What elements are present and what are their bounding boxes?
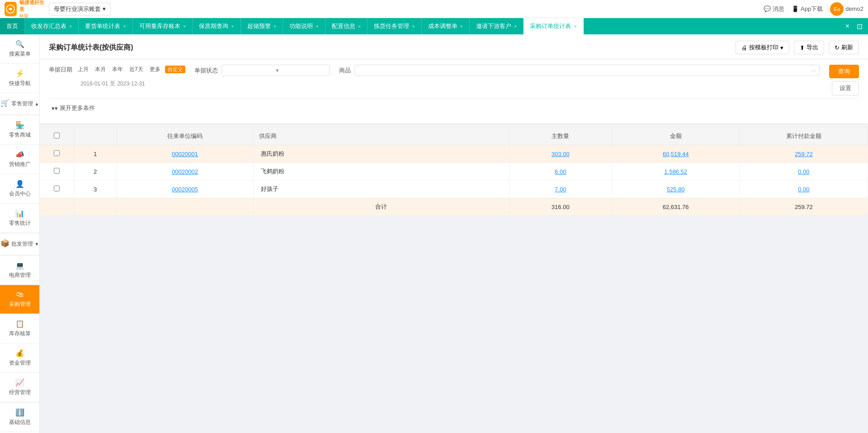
- tab-receive-summary[interactable]: 收发存汇总表 ×: [25, 18, 79, 34]
- row-code[interactable]: 00020001: [117, 145, 253, 163]
- row-paid[interactable]: 0.00: [740, 163, 868, 181]
- nav-close-btn[interactable]: ×: [844, 20, 851, 32]
- sidebar-item-wholesale-mgmt[interactable]: 📦 批发管理 ▼: [0, 233, 39, 256]
- th-amount: 金额: [612, 128, 740, 145]
- goods-filter-label: 商品: [339, 67, 351, 75]
- filter-top-row: 单据日期 上月 本月 本年 近7天 更多 自定义: [49, 65, 859, 95]
- sidebar-item-retail-stats[interactable]: 📊 零售统计: [0, 204, 39, 233]
- custom-badge[interactable]: 自定义: [165, 66, 185, 73]
- logo-text: 畅捷通好生意 标版: [19, 0, 44, 19]
- tab-config-info[interactable]: 配置信息 ×: [326, 18, 368, 34]
- shortcut-this-month[interactable]: 本月: [93, 65, 108, 74]
- user-avatar-area[interactable]: Ea demo2: [830, 2, 863, 16]
- sidebar-item-inventory[interactable]: 📋 库存核算: [0, 314, 39, 343]
- goods-search-input[interactable]: [359, 67, 811, 74]
- tab-pick-task[interactable]: 拣货任务管理 ×: [368, 18, 421, 34]
- shortcut-this-year[interactable]: 本年: [110, 65, 125, 74]
- tab-expiry-query[interactable]: 保质期查询 ×: [193, 18, 241, 34]
- row-qty[interactable]: 6.00: [509, 163, 612, 181]
- sidebar-item-quick-nav[interactable]: ⚡ 快捷导航: [0, 64, 39, 93]
- refresh-button[interactable]: ↻ 刷新: [829, 41, 859, 54]
- top-bar: 畅捷通好生意 标版 母婴行业演示账套 ▾ 💬 消息 📱 App下载 Ea dem…: [0, 0, 868, 18]
- sidebar-item-search[interactable]: 🔍 搜索菜单: [0, 34, 39, 64]
- goods-filter: 商品 ···: [339, 65, 820, 76]
- avatar: Ea: [830, 2, 844, 16]
- footer-label: 合计: [253, 198, 509, 216]
- row-supplier: 好孩子: [253, 181, 509, 198]
- row-checkbox[interactable]: [54, 186, 60, 191]
- row-amount[interactable]: 1,586.52: [612, 163, 740, 181]
- date-filter: 单据日期 上月 本月 本年 近7天 更多 自定义: [49, 65, 185, 74]
- tab-order-stats[interactable]: 要货单统计表 ×: [79, 18, 132, 34]
- main-content: 采购订单统计表(按供应商) 🖨 按模板打印 ▾ ⬆ 导出 ↻ 刷新: [40, 34, 868, 433]
- tab-overstock-warning[interactable]: 超储预警 ×: [241, 18, 283, 34]
- row-paid[interactable]: 259.72: [740, 145, 868, 163]
- table-row: 3 00020005 好孩子 7.00 525.80 0.00: [40, 181, 868, 198]
- date-shortcuts: 上月 本月 本年 近7天 更多 自定义: [76, 65, 185, 74]
- row-qty[interactable]: 7.00: [509, 181, 612, 198]
- tab-cost-adjust[interactable]: 成本调整单 ×: [422, 18, 470, 34]
- sidebar-item-basic-info[interactable]: ℹ️ 基础信息: [0, 403, 39, 432]
- goods-input-wrapper: ···: [354, 65, 820, 76]
- workspace-selector[interactable]: 母婴行业演示账套 ▾: [49, 3, 111, 15]
- print-button[interactable]: 🖨 按模板打印 ▾: [736, 41, 789, 54]
- shortcut-last-month[interactable]: 上月: [76, 65, 90, 74]
- sidebar-item-retail-mgmt[interactable]: 🛒 零售管理 ▲: [0, 93, 39, 115]
- row-amount[interactable]: 525.80: [612, 181, 740, 198]
- logo-icon: [5, 2, 17, 16]
- header-actions: 🖨 按模板打印 ▾ ⬆ 导出 ↻ 刷新: [736, 41, 859, 54]
- data-table: 往来单位编码 供应商 主数量 金额 累计付款金额: [40, 128, 868, 216]
- sidebar-item-finance[interactable]: 💰 资金管理: [0, 343, 39, 373]
- tab-invite-customer[interactable]: 邀请下游客户 ×: [470, 18, 524, 34]
- select-all-checkbox[interactable]: [54, 133, 60, 138]
- tab-home[interactable]: 首页: [0, 18, 25, 34]
- row-code[interactable]: 00020005: [117, 181, 253, 198]
- setting-button[interactable]: 设置: [832, 81, 859, 95]
- th-qty: 主数量: [509, 128, 612, 145]
- sidebar: 🔍 搜索菜单 ⚡ 快捷导航 🛒 零售管理 ▲ 🏪 零售商城 📣 营销推广 👤 会…: [0, 34, 40, 433]
- table-body: 1 00020001 惠氏奶粉 303.00 60,519.44 259.72 …: [40, 145, 868, 198]
- page-header: 采购订单统计表(按供应商) 🖨 按模板打印 ▾ ⬆ 导出 ↻ 刷新: [40, 34, 868, 59]
- row-code[interactable]: 00020002: [117, 163, 253, 181]
- shortcut-more[interactable]: 更多: [148, 65, 162, 74]
- table-header-row: 往来单位编码 供应商 主数量 金额 累计付款金额: [40, 128, 868, 145]
- tab-available-stock[interactable]: 可用量库存账本 ×: [133, 18, 193, 34]
- sidebar-item-retail-mall[interactable]: 🏪 零售商城: [0, 115, 39, 145]
- status-select[interactable]: ▾: [222, 65, 330, 76]
- th-supplier: 供应商: [253, 128, 509, 145]
- row-checkbox[interactable]: [54, 150, 60, 156]
- footer-amount: 62,631.76: [612, 198, 740, 216]
- status-filter: 单据状态 ▾: [194, 65, 330, 76]
- nav-tabs: 首页 收发存汇总表 × 要货单统计表 × 可用量库存账本 × 保质期查询 × 超…: [0, 18, 868, 34]
- th-checkbox: [40, 128, 74, 145]
- row-no: 2: [74, 163, 117, 181]
- filter-area: 单据日期 上月 本月 本年 近7天 更多 自定义: [40, 59, 868, 123]
- date-filter-label: 单据日期: [49, 66, 72, 74]
- message-btn[interactable]: 💬 消息: [764, 5, 784, 13]
- sidebar-item-marketing[interactable]: 📣 营销推广: [0, 145, 39, 174]
- row-amount[interactable]: 60,519.44: [612, 145, 740, 163]
- tab-function-desc[interactable]: 功能说明 ×: [283, 18, 325, 34]
- query-button[interactable]: 查询: [829, 65, 859, 78]
- top-right-area: 💬 消息 📱 App下载 Ea demo2: [764, 2, 863, 16]
- sidebar-item-member-center[interactable]: 👤 会员中心: [0, 174, 39, 204]
- nav-maximize-btn[interactable]: ⊡: [855, 20, 864, 33]
- table-footer-row: 合计 316.00 62,631.76 259.72: [40, 198, 868, 216]
- th-code: 往来单位编码: [117, 128, 253, 145]
- app-download-btn[interactable]: 📱 App下载: [792, 5, 823, 13]
- ellipsis-btn[interactable]: ···: [811, 67, 816, 74]
- sidebar-item-operation-mgmt[interactable]: 📈 经营管理: [0, 373, 39, 403]
- shortcut-7days[interactable]: 近7天: [127, 65, 145, 74]
- export-button[interactable]: ⬆ 导出: [794, 41, 824, 54]
- row-supplier: 惠氏奶粉: [253, 145, 509, 163]
- expand-button[interactable]: ▾▾ 展开更多条件: [52, 101, 856, 115]
- tab-purchase-stats[interactable]: 采购订单统计表 ×: [524, 18, 583, 34]
- date-range: 2016-01-01 至 2023-12-31: [80, 80, 820, 87]
- row-paid[interactable]: 0.00: [740, 181, 868, 198]
- th-paid: 累计付款金额: [740, 128, 868, 145]
- sidebar-item-purchase-mgmt[interactable]: 🛍 采购管理: [0, 285, 39, 314]
- row-checkbox[interactable]: [54, 168, 60, 174]
- filter-main-row: 单据日期 上月 本月 本年 近7天 更多 自定义: [49, 65, 820, 76]
- row-qty[interactable]: 303.00: [509, 145, 612, 163]
- sidebar-item-ecommerce[interactable]: 💻 电商管理: [0, 256, 39, 285]
